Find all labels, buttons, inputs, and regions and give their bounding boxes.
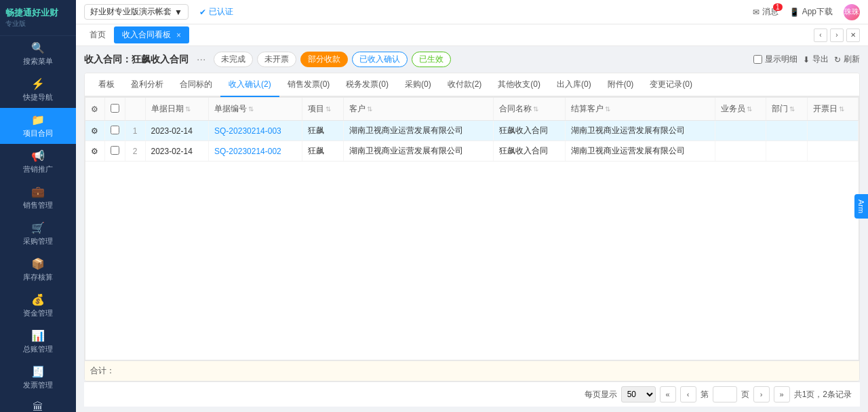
next-page-btn[interactable]: ›	[753, 386, 770, 402]
sort-icon-customer[interactable]: ⇅	[367, 105, 372, 113]
panel-tab-income_confirm[interactable]: 收入确认(2)	[220, 73, 279, 97]
panel-tab-warehouse[interactable]: 出入库(0)	[549, 73, 599, 97]
next-tab-btn[interactable]: ›	[830, 29, 844, 42]
row-checkbox-1[interactable]	[111, 146, 119, 155]
status-btn-未完成[interactable]: 未完成	[214, 52, 253, 67]
quick-nav-icon: ⚡	[31, 77, 45, 90]
general-icon: 📊	[31, 329, 45, 342]
sort-icon-salesperson[interactable]: ⇅	[747, 105, 752, 113]
prev-page-btn[interactable]: ‹	[680, 386, 696, 402]
sidebar-item-inventory[interactable]: 📦库存核算	[0, 252, 76, 288]
sort-icon-bill_date[interactable]: ⇅	[185, 105, 191, 113]
select-all-checkbox[interactable]	[111, 104, 119, 113]
content: 收入合同：狂飙收入合同 ··· 未完成未开票部分收款已收入确认已生效 显示明细 …	[76, 46, 868, 412]
sidebar-item-project[interactable]: 📁项目合同	[0, 108, 76, 144]
panel-tab-purchase[interactable]: 采购(0)	[397, 73, 439, 97]
company-selector[interactable]: 好业财专业版演示帐套 ▼	[84, 4, 189, 20]
contract-title: 收入合同：狂飙收入合同	[84, 54, 189, 66]
panel-tab-tax_invoice[interactable]: 税务发票(0)	[338, 73, 397, 97]
contract-header: 收入合同：狂飙收入合同 ··· 未完成未开票部分收款已收入确认已生效 显示明细 …	[84, 52, 860, 67]
app-download-btn[interactable]: 📱 App下载	[789, 6, 833, 18]
active-tab[interactable]: 收入合同看板 ×	[114, 26, 189, 43]
panel-tab-kanban[interactable]: 看板	[90, 73, 123, 97]
col-header-bill_date: 单据日期⇅	[145, 98, 209, 121]
panel-tab-attachment[interactable]: 附件(0)	[599, 73, 642, 97]
cell-checkbox-1	[104, 141, 125, 162]
col-header-settings[interactable]: ⚙	[85, 98, 104, 121]
settings-icon[interactable]: ⚙	[91, 105, 98, 114]
sidebar-item-invoice[interactable]: 🧾发票管理	[0, 360, 76, 396]
sidebar-item-capital[interactable]: 💰资金管理	[0, 288, 76, 324]
cell-open_date-0	[807, 121, 858, 141]
sort-icon-result_customer[interactable]: ⇅	[605, 105, 610, 113]
cell-bill_date-0: 2023-02-14	[145, 121, 209, 141]
more-options-btn[interactable]: ···	[197, 54, 205, 66]
total-label: 合计：	[90, 366, 115, 375]
sidebar-item-search[interactable]: 🔍搜索菜单	[0, 36, 76, 72]
per-page-select[interactable]: 50 100	[621, 386, 656, 402]
panel-tab-change_log[interactable]: 变更记录(0)	[642, 73, 701, 97]
message-btn[interactable]: ✉ 1 消息	[753, 6, 778, 18]
col-header-project: 项目⇅	[302, 98, 344, 121]
close-all-tabs-btn[interactable]: ✕	[846, 29, 860, 42]
col-header-bill_no: 单据编号⇅	[209, 98, 302, 121]
export-btn[interactable]: ⬇ 导出	[803, 54, 829, 65]
sidebar-label-general: 总账管理	[23, 344, 53, 354]
display-detail-checkbox[interactable]	[753, 55, 762, 64]
panel-tab-contract_standard[interactable]: 合同标的	[172, 73, 220, 97]
sidebar-label-capital: 资金管理	[23, 308, 53, 318]
col-header-contract_name: 合同名称⇅	[493, 98, 565, 121]
home-tab[interactable]: 首页	[84, 29, 111, 41]
page-label-2: 页	[741, 389, 749, 400]
display-detail-btn[interactable]: 显示明细	[753, 54, 797, 65]
status-btn-部分收款[interactable]: 部分收款	[300, 52, 348, 67]
panel-tab-sales_invoice[interactable]: 销售发票(0)	[279, 73, 338, 97]
status-btn-已生效[interactable]: 已生效	[412, 52, 451, 67]
panel-tab-profit[interactable]: 盈利分析	[123, 73, 172, 97]
display-detail-label: 显示明细	[765, 54, 797, 65]
sort-icon-bill_no[interactable]: ⇅	[248, 105, 254, 113]
search-icon: 🔍	[31, 41, 45, 54]
row-settings-icon[interactable]: ⚙	[91, 147, 98, 156]
col-header-checkbox[interactable]	[104, 98, 125, 121]
user-menu[interactable]: 珠珠	[844, 4, 860, 20]
table-container[interactable]: ⚙单据日期⇅单据编号⇅项目⇅客户⇅合同名称⇅结算客户⇅业务员⇅部门⇅开票日⇅ ⚙…	[85, 97, 859, 360]
right-float-btn[interactable]: Arm	[854, 193, 868, 218]
cell-bill_no-0[interactable]: SQ-20230214-003	[209, 121, 302, 141]
bill-no-link-0[interactable]: SQ-20230214-003	[214, 126, 281, 136]
sidebar-item-tax[interactable]: 🏛税务管理	[0, 396, 76, 412]
row-settings-icon[interactable]: ⚙	[91, 126, 98, 136]
sort-icon-open_date[interactable]: ⇅	[839, 105, 844, 113]
close-tab-icon[interactable]: ×	[176, 31, 181, 40]
sort-icon-department[interactable]: ⇅	[789, 105, 795, 113]
cell-bill_no-1[interactable]: SQ-20230214-002	[209, 141, 302, 162]
sort-icon-contract_name[interactable]: ⇅	[533, 105, 538, 113]
page-input[interactable]: 1	[713, 386, 737, 402]
inventory-icon: 📦	[31, 257, 45, 270]
col-header-open_date: 开票日⇅	[807, 98, 858, 121]
cell-department-0	[766, 121, 807, 141]
col-header-result_customer: 结算客户⇅	[565, 98, 715, 121]
first-page-btn[interactable]: «	[660, 386, 676, 402]
refresh-icon: ↻	[834, 55, 841, 64]
sidebar-label-search: 搜索菜单	[23, 56, 53, 67]
tab-controls: ‹ › ✕	[814, 29, 860, 42]
sidebar-item-general[interactable]: 📊总账管理	[0, 324, 76, 360]
panel-tab-payment[interactable]: 收付款(2)	[439, 73, 490, 97]
last-page-btn[interactable]: »	[774, 386, 790, 402]
status-btn-已收入确认[interactable]: 已收入确认	[352, 52, 408, 67]
panel-tab-other_income[interactable]: 其他收支(0)	[490, 73, 549, 97]
sidebar-item-purchase[interactable]: 🛒采购管理	[0, 216, 76, 252]
sidebar-item-marketing[interactable]: 📢营销推广	[0, 144, 76, 180]
bill-no-link-1[interactable]: SQ-20230214-002	[214, 147, 281, 156]
prev-tab-btn[interactable]: ‹	[814, 29, 827, 42]
header-right: 显示明细 ⬇ 导出 ↻ 刷新	[753, 54, 860, 65]
refresh-btn[interactable]: ↻ 刷新	[834, 54, 860, 65]
row-checkbox-0[interactable]	[111, 126, 119, 134]
sidebar-item-sales[interactable]: 💼销售管理	[0, 180, 76, 216]
sort-icon-project[interactable]: ⇅	[326, 105, 331, 113]
logo-text: 畅捷通好业财	[5, 7, 71, 19]
sidebar-item-quick-nav[interactable]: ⚡快捷导航	[0, 72, 76, 108]
logo-sub: 专业版	[5, 19, 71, 29]
status-btn-未开票[interactable]: 未开票	[257, 52, 296, 67]
